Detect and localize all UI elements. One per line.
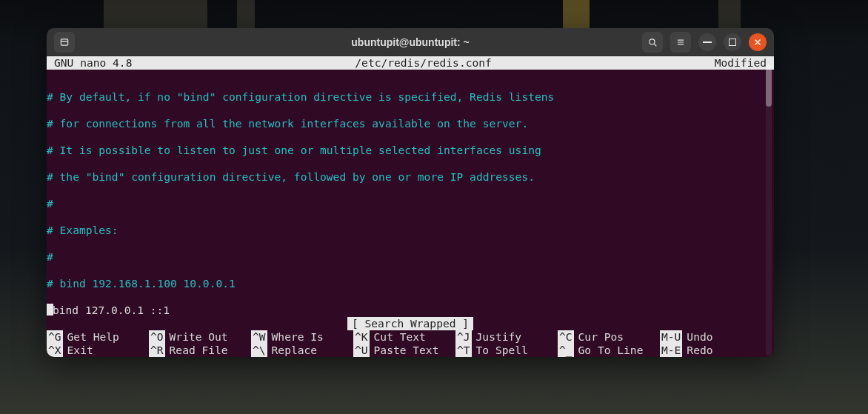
shortcut-key: ^X — [47, 344, 63, 357]
shortcut-label: Cur Pos — [578, 330, 624, 344]
shortcut-label: Go To Line — [578, 344, 644, 357]
shortcut-key: ^O — [149, 330, 165, 344]
scrollbar-track[interactable] — [766, 61, 772, 355]
shortcut-label: Cut Text — [374, 330, 426, 344]
shortcut-key: M-E — [660, 344, 682, 357]
shortcut-label: Read File — [170, 344, 228, 357]
maximize-button[interactable] — [724, 33, 741, 51]
shortcut-key: ^J — [455, 330, 472, 344]
nano-app-name: GNU nano 4.8 — [47, 56, 132, 70]
svg-point-2 — [650, 39, 655, 44]
wallpaper-strip — [237, 0, 255, 28]
shortcut-label: Redo — [687, 344, 712, 357]
wallpaper-strip — [718, 0, 741, 28]
shortcut-label: Replace — [272, 344, 318, 357]
nano-shortcut-bar: ^GGet Help ^OWrite Out ^WWhere Is ^KCut … — [47, 330, 774, 357]
editor-line: # It is possible to listen to just one o… — [47, 144, 774, 157]
wallpaper-strip — [104, 0, 207, 28]
search-button[interactable] — [642, 32, 663, 53]
nano-header: GNU nano 4.8 /etc/redis/redis.conf Modif… — [47, 56, 774, 70]
scrollbar-thumb[interactable] — [766, 65, 772, 107]
editor-line: # — [47, 197, 774, 210]
close-button[interactable] — [749, 33, 767, 51]
shortcut-label: Undo — [687, 330, 712, 344]
nano-state: Modified — [715, 56, 774, 70]
shortcut-label: Exit — [67, 344, 93, 357]
shortcut-label: To Spell — [476, 344, 528, 357]
editor-line: # — [47, 250, 774, 264]
shortcut-label: Get Help — [67, 330, 119, 344]
shortcut-key: ^U — [353, 344, 370, 357]
terminal-window: ubuntupit@ubuntupit: ~ GNU nano 4.8 /etc… — [47, 28, 774, 357]
shortcut-label: Where Is — [272, 330, 324, 344]
shortcut-label: Paste Text — [374, 344, 439, 357]
window-titlebar: ubuntupit@ubuntupit: ~ — [47, 28, 774, 56]
shortcut-key: ^\ — [251, 344, 267, 357]
editor-line: # for connections from all the network i… — [47, 117, 774, 130]
editor-line-text: bind 127.0.0.1 ::1 — [53, 304, 170, 316]
wallpaper-strip — [563, 0, 590, 28]
editor-area[interactable]: # By default, if no "bind" configuration… — [47, 70, 774, 357]
shortcut-key: ^_ — [558, 344, 574, 357]
svg-rect-0 — [61, 39, 67, 44]
shortcut-key: ^G — [47, 330, 63, 344]
shortcut-key: ^R — [149, 344, 165, 357]
nano-status-message: [ Search Wrapped ] — [347, 317, 473, 330]
shortcut-label: Write Out — [170, 330, 228, 344]
editor-line-active: bind 127.0.0.1 ::1 — [47, 304, 774, 317]
shortcut-key: ^C — [558, 330, 574, 344]
editor-line: # the "bind" configuration directive, fo… — [47, 170, 774, 184]
new-tab-button[interactable] — [54, 32, 75, 53]
editor-line: # bind 192.168.1.100 10.0.0.1 — [47, 277, 774, 290]
menu-button[interactable] — [670, 32, 691, 53]
shortcut-key: ^W — [251, 330, 267, 344]
minimize-button[interactable] — [698, 33, 716, 51]
shortcut-key: ^K — [353, 330, 370, 344]
nano-file-path: /etc/redis/redis.conf — [132, 56, 714, 70]
shortcut-label: Justify — [476, 330, 522, 344]
terminal-body: GNU nano 4.8 /etc/redis/redis.conf Modif… — [47, 56, 774, 357]
editor-line: # Examples: — [47, 224, 774, 237]
editor-line: # By default, if no "bind" configuration… — [47, 90, 774, 104]
svg-line-3 — [654, 44, 656, 46]
shortcut-key: ^T — [455, 344, 472, 357]
shortcut-key: M-U — [660, 330, 682, 344]
